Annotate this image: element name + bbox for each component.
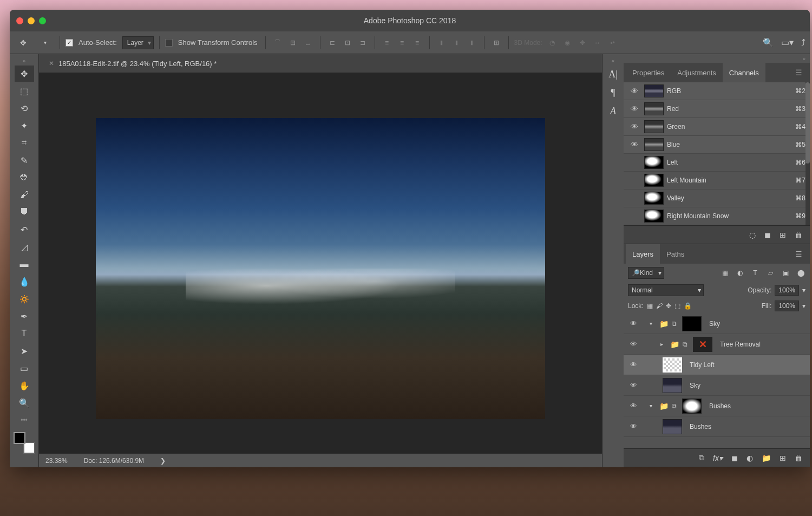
layer-row[interactable]: 👁Sky	[624, 375, 810, 396]
blend-mode-dropdown[interactable]: Normal	[628, 284, 704, 296]
move-tool-icon[interactable]: ✥	[14, 35, 32, 50]
lock-artboard-icon[interactable]: ⬚	[675, 302, 680, 310]
type-tool[interactable]: T	[15, 325, 34, 342]
3d-pan-icon[interactable]: ✥	[576, 36, 589, 49]
align-right-icon[interactable]: ⊐	[356, 36, 369, 49]
opacity-dropdown-icon[interactable]: ▾	[802, 286, 806, 294]
color-swatches[interactable]	[14, 432, 35, 454]
glyphs-icon[interactable]: A	[605, 102, 621, 120]
align-bottom-icon[interactable]: ⎵	[302, 36, 315, 49]
dodge-tool[interactable]: 🔅	[15, 291, 34, 307]
3d-orbit-icon[interactable]: ◔	[546, 36, 559, 49]
3d-camera-icon[interactable]: ▪•	[606, 36, 619, 49]
canvas-viewport[interactable]	[39, 73, 602, 453]
tab-layers[interactable]: Layers	[626, 244, 660, 264]
show-transform-checkbox[interactable]	[165, 39, 173, 47]
channels-scrollbar[interactable]	[806, 82, 810, 225]
align-hcenter-icon[interactable]: ⊡	[341, 36, 354, 49]
tab-adjustments[interactable]: Adjustments	[671, 63, 723, 82]
gradient-tool[interactable]: ▬	[15, 256, 34, 272]
auto-align-icon[interactable]: ⊞	[490, 36, 503, 49]
align-top-icon[interactable]: ⎴	[271, 36, 284, 49]
filter-smart-icon[interactable]: ▣	[781, 268, 790, 278]
eraser-tool[interactable]: ◿	[15, 239, 34, 255]
layers-panel-menu-icon[interactable]: ☰	[790, 250, 808, 258]
3d-slide-icon[interactable]: ↔	[591, 36, 604, 49]
toolbar-expand-icon[interactable]: »	[10, 56, 38, 65]
shape-tool[interactable]: ▭	[15, 360, 34, 376]
channels-panel-menu-icon[interactable]: ☰	[790, 68, 808, 77]
edit-toolbar-icon[interactable]: •••	[15, 412, 34, 428]
filter-image-icon[interactable]: ▦	[720, 268, 730, 278]
align-vcenter-icon[interactable]: ⊟	[286, 36, 299, 49]
lasso-tool[interactable]: ⟲	[15, 100, 34, 116]
visibility-icon[interactable]: 👁	[628, 340, 639, 348]
dist-left-icon[interactable]: ⦀	[435, 36, 448, 49]
paragraph-icon[interactable]: ¶	[605, 83, 621, 102]
expand-icon[interactable]: ▾	[650, 321, 656, 326]
lock-transparent-icon[interactable]: ▦	[647, 302, 653, 310]
auto-select-dropdown[interactable]: Layer	[122, 36, 154, 49]
visibility-icon[interactable]: 👁	[628, 422, 639, 430]
channel-row[interactable]: 👁Blue⌘5	[624, 136, 810, 154]
visibility-icon[interactable]: 👁	[628, 319, 639, 328]
quick-select-tool[interactable]: ✦	[15, 117, 34, 134]
save-selection-icon[interactable]: ◼	[764, 231, 771, 239]
fill-value[interactable]: 100%	[775, 301, 799, 311]
brush-tool[interactable]: 🖌	[15, 187, 34, 203]
filter-type-icon[interactable]: T	[750, 268, 760, 278]
zoom-tool[interactable]: 🔍	[15, 395, 34, 411]
layer-row[interactable]: 👁▸📁⧉Tree Removal	[624, 334, 810, 355]
workspace-icon[interactable]: ▭▾	[781, 37, 794, 48]
tab-properties[interactable]: Properties	[626, 63, 671, 82]
lock-all-icon[interactable]: 🔒	[684, 302, 692, 310]
panel-collapse-icon[interactable]: »	[624, 54, 810, 63]
path-select-tool[interactable]: ➤	[15, 343, 34, 359]
channel-row[interactable]: 👁RGB⌘2	[624, 82, 810, 100]
dist-vcenter-icon[interactable]: ≡	[396, 36, 409, 49]
layer-mask-icon[interactable]: ◼	[731, 454, 738, 462]
search-icon[interactable]: 🔍	[763, 37, 774, 48]
filter-shape-icon[interactable]: ▱	[765, 268, 775, 278]
healing-tool[interactable]: ⛑	[15, 169, 34, 186]
channel-row[interactable]: Left⌘6	[624, 154, 810, 172]
stamp-tool[interactable]: ⛊	[15, 204, 34, 220]
3d-roll-icon[interactable]: ◉	[561, 36, 574, 49]
tab-channels[interactable]: Channels	[723, 63, 765, 82]
pen-tool[interactable]: ✒	[15, 308, 34, 324]
maximize-button[interactable]	[39, 17, 46, 24]
layer-row[interactable]: 👁Tidy Left	[624, 355, 810, 375]
eyedropper-tool[interactable]: ✎	[15, 152, 34, 168]
tab-close-icon[interactable]: ✕	[49, 60, 54, 67]
delete-layer-icon[interactable]: 🗑	[795, 454, 802, 462]
foreground-swatch[interactable]	[14, 432, 25, 444]
dist-bottom-icon[interactable]: ≡	[411, 36, 424, 49]
blur-tool[interactable]: 💧	[15, 273, 34, 290]
document-tab[interactable]: ✕ 185A0118-Edit-2.tif @ 23.4% (Tidy Left…	[42, 54, 223, 73]
fill-dropdown-icon[interactable]: ▾	[802, 302, 806, 310]
visibility-icon[interactable]: 👁	[628, 381, 639, 389]
expand-icon[interactable]: ▾	[650, 403, 656, 409]
marquee-tool[interactable]: ⬚	[15, 83, 34, 99]
lock-image-icon[interactable]: 🖌	[656, 302, 663, 310]
layer-row[interactable]: 👁Bushes	[624, 416, 810, 437]
history-brush-tool[interactable]: ↶	[15, 221, 34, 238]
crop-tool[interactable]: ⌗	[15, 135, 34, 151]
lock-position-icon[interactable]: ✥	[666, 302, 671, 310]
layer-row[interactable]: 👁▾📁⧉Sky	[624, 313, 810, 334]
minimize-button[interactable]	[28, 17, 35, 24]
new-layer-icon[interactable]: ⊞	[780, 454, 786, 462]
close-button[interactable]	[16, 17, 23, 24]
channel-row[interactable]: 👁Red⌘3	[624, 100, 810, 118]
layer-style-icon[interactable]: fx▾	[713, 454, 723, 462]
filter-adjust-icon[interactable]: ◐	[735, 268, 745, 278]
load-selection-icon[interactable]: ◌	[749, 231, 756, 239]
move-tool[interactable]: ✥	[15, 66, 34, 82]
align-left-icon[interactable]: ⊏	[326, 36, 339, 49]
channel-row[interactable]: Valley⌘8	[624, 190, 810, 207]
dist-top-icon[interactable]: ≡	[381, 36, 394, 49]
channel-row[interactable]: 👁Green⌘4	[624, 118, 810, 136]
visibility-icon[interactable]: 👁	[628, 104, 641, 113]
collapsed-expand-icon[interactable]: «	[603, 56, 624, 65]
hand-tool[interactable]: ✋	[15, 377, 34, 394]
